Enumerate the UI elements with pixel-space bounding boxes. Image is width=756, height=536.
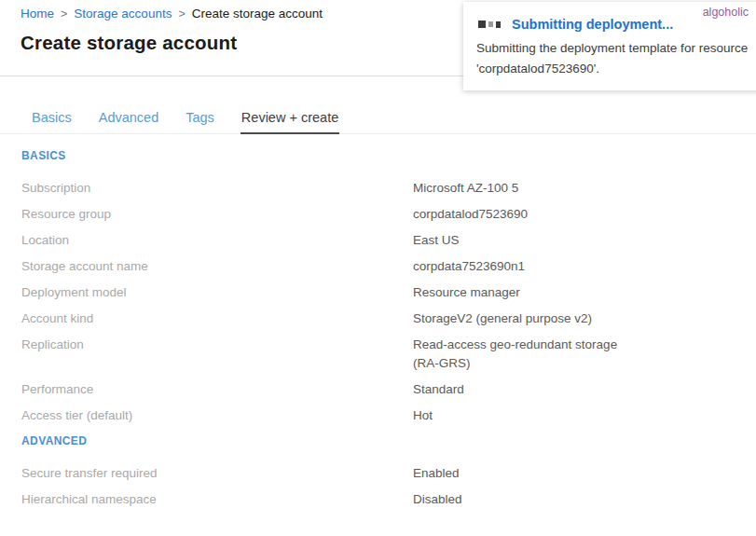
row-label: Performance <box>21 380 413 399</box>
row-value: Read-access geo-redundant storage (RA-GR… <box>413 336 635 373</box>
breadcrumb-separator: > <box>178 7 185 21</box>
summary-row-resource-group: Resource group corpdatalod7523690 <box>21 205 756 224</box>
row-label: Replication <box>21 336 413 354</box>
deployment-progress-icon <box>478 21 501 28</box>
row-label: Subscription <box>21 179 413 198</box>
row-value: Disabled <box>413 490 462 509</box>
row-value: corpdatalod7523690 <box>413 205 528 224</box>
basics-section: Subscription Microsoft AZ-100 5 Resource… <box>21 179 756 425</box>
summary-row-secure-transfer: Secure transfer required Enabled <box>21 464 756 483</box>
summary-row-replication: Replication Read-access geo-redundant st… <box>21 336 756 373</box>
row-label: Secure transfer required <box>21 464 413 483</box>
summary-row-storage-account-name: Storage account name corpdata7523690n1 <box>21 257 756 276</box>
row-label: Access tier (default) <box>21 406 413 425</box>
row-value: Enabled <box>413 464 460 483</box>
row-value: Microsoft AZ-100 5 <box>413 179 518 198</box>
advanced-section: Secure transfer required Enabled Hierarc… <box>21 464 756 509</box>
section-heading-advanced: ADVANCED <box>21 434 756 447</box>
tab-advanced[interactable]: Advanced <box>98 108 160 134</box>
breadcrumb-separator: > <box>61 7 67 21</box>
toast-message-line2: 'corpdatalod7523690'. <box>476 59 756 79</box>
tab-tags[interactable]: Tags <box>185 108 215 134</box>
toast-message: Submitting the deployment template for r… <box>476 38 756 79</box>
row-value: StorageV2 (general purpose v2) <box>413 309 592 328</box>
tab-review-create[interactable]: Review + create <box>241 108 339 134</box>
review-summary: BASICS Subscription Microsoft AZ-100 5 R… <box>21 149 756 516</box>
summary-row-subscription: Subscription Microsoft AZ-100 5 <box>21 179 756 198</box>
row-label: Storage account name <box>21 257 413 276</box>
summary-row-access-tier: Access tier (default) Hot <box>21 406 756 425</box>
row-label: Deployment model <box>21 283 413 302</box>
row-label: Resource group <box>21 205 413 224</box>
summary-row-deployment-model: Deployment model Resource manager <box>21 283 756 302</box>
row-value: Resource manager <box>413 283 520 302</box>
section-heading-basics: BASICS <box>21 149 756 162</box>
summary-row-location: Location East US <box>21 231 756 250</box>
breadcrumb: Home>Storage accounts>Create storage acc… <box>21 7 323 21</box>
summary-row-account-kind: Account kind StorageV2 (general purpose … <box>21 309 756 328</box>
row-value: Standard <box>413 380 464 399</box>
tab-bar: Basics Advanced Tags Review + create <box>0 108 756 134</box>
page-title: Create storage account <box>21 32 237 54</box>
breadcrumb-link-home[interactable]: Home <box>21 7 54 21</box>
tab-basics[interactable]: Basics <box>31 108 73 134</box>
breadcrumb-current-page: Create storage account <box>192 7 323 21</box>
row-value: East US <box>413 231 460 250</box>
row-label: Account kind <box>21 309 413 328</box>
toast-header: Submitting deployment... <box>476 17 756 32</box>
row-value: corpdata7523690n1 <box>413 257 525 276</box>
row-label: Hierarchical namespace <box>21 490 413 509</box>
watermark: algoholic <box>703 6 749 19</box>
row-label: Location <box>21 231 413 250</box>
summary-row-hierarchical-namespace: Hierarchical namespace Disabled <box>21 490 756 509</box>
toast-message-line1: Submitting the deployment template for r… <box>476 38 756 59</box>
row-value: Hot <box>413 406 433 425</box>
summary-row-performance: Performance Standard <box>21 380 756 399</box>
toast-title[interactable]: Submitting deployment... <box>512 17 673 32</box>
breadcrumb-link-storage-accounts[interactable]: Storage accounts <box>74 7 172 21</box>
